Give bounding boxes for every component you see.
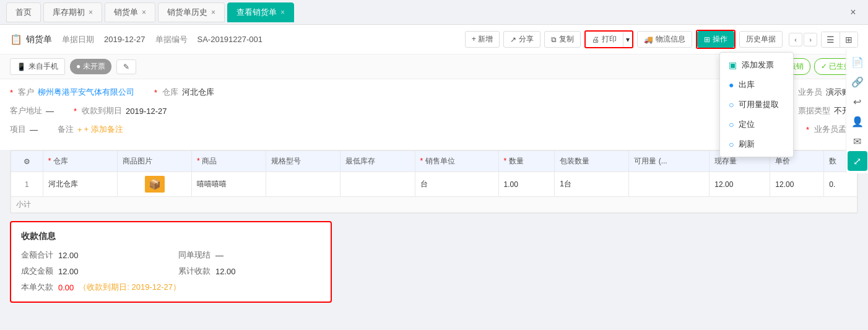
row-current-stock: 12.00 bbox=[710, 172, 770, 197]
ticket-label: 票据类型 bbox=[798, 105, 830, 116]
current-stock-col-label: 现存量 bbox=[714, 157, 737, 165]
sidebar-link-icon[interactable]: 🔗 bbox=[848, 72, 867, 92]
tab-sales-order-close[interactable]: × bbox=[142, 8, 146, 17]
prev-button[interactable]: ‹ bbox=[789, 33, 802, 46]
sidebar-expand-icon[interactable]: ⤢ bbox=[848, 151, 867, 171]
summary-deal-amount: 成交金额 12.00 bbox=[21, 266, 163, 277]
col-pack-qty: 包装数量 bbox=[555, 151, 629, 172]
col-product-img: 商品图片 bbox=[117, 151, 191, 172]
next-button[interactable]: › bbox=[804, 33, 817, 46]
same-order-label: 同单现结 bbox=[178, 250, 210, 261]
from-phone-button[interactable]: 📱 来自手机 bbox=[10, 58, 65, 75]
dropdown-outbound[interactable]: ● 出库 bbox=[720, 75, 793, 95]
col-settings[interactable]: ⚙ bbox=[11, 151, 43, 172]
view-list-button[interactable]: ☰ bbox=[822, 32, 840, 47]
view-grid-button[interactable]: ⊞ bbox=[840, 32, 857, 47]
doc-type-icon: 📋 bbox=[10, 33, 22, 45]
sidebar-return-icon[interactable]: ↩ bbox=[848, 92, 867, 111]
add-note-label: + 添加备注 bbox=[84, 124, 123, 135]
subtotal-label: 小计 bbox=[11, 197, 857, 213]
col-quantity: * 数量 bbox=[498, 151, 555, 172]
share-button[interactable]: ↗ 分享 bbox=[503, 31, 540, 48]
customer-field: * 客户 柳州粤港平安气体有限公司 bbox=[10, 87, 134, 98]
tab-inventory-init[interactable]: 库存期初 × bbox=[43, 2, 102, 22]
amount-col-label: 数 bbox=[829, 157, 836, 165]
summary-title: 收款信息 bbox=[21, 231, 321, 242]
warehouse-label: 仓库 bbox=[162, 87, 178, 98]
print-button[interactable]: 🖨 打印 bbox=[586, 32, 623, 47]
logistics-icon: 🚚 bbox=[644, 35, 653, 44]
outstanding-suffix: （收款到期日: 2019-12-27） bbox=[79, 282, 181, 293]
col-available: 可用量 (... bbox=[629, 151, 710, 172]
outbound-label: 出库 bbox=[739, 79, 755, 90]
row-no: 1 bbox=[11, 172, 43, 197]
view-toggle: ☰ ⊞ bbox=[821, 32, 858, 48]
tab-sales-history[interactable]: 销货单历史 × bbox=[158, 2, 225, 22]
refresh-icon: ○ bbox=[729, 139, 734, 149]
share-label: 分享 bbox=[519, 34, 534, 45]
share-icon: ↗ bbox=[510, 35, 516, 44]
row-spec bbox=[266, 172, 341, 197]
quantity-col-label: 数量 bbox=[509, 157, 524, 165]
sidebar-message-icon[interactable]: ✉ bbox=[848, 131, 867, 151]
warehouse-required-marker: * bbox=[154, 88, 157, 97]
outbound-icon: ● bbox=[729, 80, 734, 90]
row-amount: 0. bbox=[824, 172, 857, 197]
logistics-button[interactable]: 🚚 物流信息 bbox=[637, 31, 692, 48]
add-note-icon: + bbox=[77, 125, 82, 134]
total-amount-label: 金额合计 bbox=[21, 250, 53, 261]
dropdown-add-invoice[interactable]: ▣ 添加发票 bbox=[720, 55, 793, 75]
customer-label: 客户 bbox=[18, 87, 34, 98]
sidebar-doc-icon[interactable]: 📄 bbox=[848, 52, 867, 72]
due-date-required-marker: * bbox=[74, 106, 77, 116]
available-qty-icon: ○ bbox=[729, 100, 734, 110]
tab-sales-history-close[interactable]: × bbox=[211, 8, 215, 17]
tab-home-label: 首页 bbox=[15, 7, 32, 18]
staff-label: 业务员 bbox=[798, 87, 822, 98]
history-button[interactable]: 历史单据 bbox=[739, 31, 783, 48]
edit-button[interactable]: ✎ bbox=[116, 59, 136, 74]
tab-inventory-init-close[interactable]: × bbox=[89, 8, 93, 17]
col-product: * 商品 bbox=[192, 151, 266, 172]
print-dropdown-arrow[interactable]: ▾ bbox=[623, 32, 632, 47]
edit-icon: ✎ bbox=[123, 63, 129, 71]
sidebar-user-icon[interactable]: 👤 bbox=[848, 111, 867, 131]
product-table: ⚙ * 仓库 商品图片 * 商品 规格型号 最低库存 bbox=[11, 150, 857, 213]
tab-view-sales[interactable]: 查看销货单 × bbox=[227, 2, 294, 22]
copy-button[interactable]: ⧉ 复制 bbox=[544, 31, 581, 48]
operations-icon: ⊞ bbox=[704, 35, 710, 44]
row-pack-qty: 1台 bbox=[555, 172, 629, 197]
summary-grid: 金额合计 12.00 同单现结 — 成交金额 12.00 累计收款 12.00 … bbox=[21, 250, 321, 293]
new-button[interactable]: + 新增 bbox=[465, 31, 500, 48]
summary-box: 收款信息 金额合计 12.00 同单现结 — 成交金额 12.00 累计收款 1… bbox=[10, 221, 332, 303]
operations-button[interactable]: ⊞ 操作 bbox=[697, 31, 734, 48]
summary-same-order-settle: 同单现结 — bbox=[178, 250, 321, 261]
customer-required-marker: * bbox=[10, 88, 13, 97]
tab-bar: 首页 库存期初 × 销货单 × 销货单历史 × 查看销货单 × × bbox=[0, 0, 868, 25]
due-date-label: 收款到期日 bbox=[82, 105, 122, 116]
customer-value[interactable]: 柳州粤港平安气体有限公司 bbox=[38, 87, 134, 98]
dropdown-available-qty[interactable]: ○ 可用量提取 bbox=[720, 95, 793, 115]
col-sales-unit: * 销售单位 bbox=[415, 151, 498, 172]
dropdown-locate[interactable]: ○ 定位 bbox=[720, 115, 793, 134]
operations-highlight: ⊞ 操作 bbox=[696, 30, 736, 49]
tab-view-sales-close[interactable]: × bbox=[280, 8, 285, 17]
row-product-img: 📦 bbox=[117, 172, 191, 197]
tab-inventory-init-label: 库存期初 bbox=[53, 7, 85, 18]
not-open-button[interactable]: ● 未开票 bbox=[70, 59, 111, 74]
tab-sales-order-label: 销货单 bbox=[114, 7, 138, 18]
project-field: 项目 — bbox=[10, 124, 38, 135]
history-label: 历史单据 bbox=[746, 34, 776, 45]
tab-home[interactable]: 首页 bbox=[6, 2, 41, 22]
min-stock-col-label: 最低库存 bbox=[345, 157, 375, 165]
add-note-button[interactable]: + + 添加备注 bbox=[77, 124, 123, 135]
print-icon: 🖨 bbox=[592, 35, 599, 44]
tab-bar-close-button[interactable]: × bbox=[844, 4, 862, 21]
product-img-col-label: 商品图片 bbox=[123, 157, 152, 165]
doc-date-value: 2019-12-27 bbox=[104, 35, 145, 44]
tab-view-sales-label: 查看销货单 bbox=[237, 7, 277, 18]
tab-sales-order[interactable]: 销货单 × bbox=[105, 2, 155, 22]
dropdown-refresh[interactable]: ○ 刷新 bbox=[720, 134, 793, 154]
project-label: 项目 bbox=[10, 124, 26, 135]
staff2-required-marker: * bbox=[806, 125, 809, 134]
